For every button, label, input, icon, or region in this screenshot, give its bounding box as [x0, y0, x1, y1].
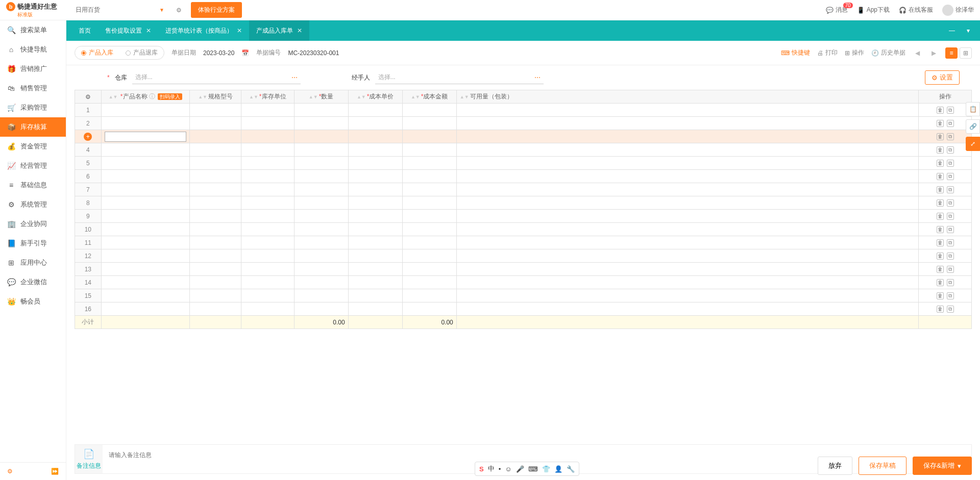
table-row[interactable]: 8🗑⧉	[75, 196, 972, 210]
table-row[interactable]: +🗑⧉	[75, 130, 972, 143]
copy-row-icon[interactable]: ⧉	[947, 279, 954, 286]
spec-cell[interactable]	[190, 130, 241, 143]
sidebar-item-14[interactable]: 👑畅会员	[0, 292, 66, 311]
amount-cell[interactable]	[402, 263, 456, 276]
ime-user-icon[interactable]: 👤	[554, 465, 562, 473]
amount-cell[interactable]	[402, 276, 456, 289]
available-cell[interactable]	[456, 289, 919, 302]
product-name-cell[interactable]	[101, 289, 189, 302]
sidebar-item-11[interactable]: 📘新手引导	[0, 234, 66, 253]
available-cell[interactable]	[456, 130, 919, 143]
copy-row-icon[interactable]: ⧉	[947, 292, 954, 299]
qty-cell[interactable]	[294, 263, 348, 276]
sidebar-item-5[interactable]: 📦库存核算	[0, 117, 66, 137]
prev-doc-button[interactable]: ◀	[913, 48, 922, 58]
table-row[interactable]: 12🗑⧉	[75, 249, 972, 263]
unit-cell[interactable]	[241, 143, 295, 157]
qty-cell[interactable]	[294, 210, 348, 223]
price-cell[interactable]	[348, 157, 402, 170]
unit-cell[interactable]	[241, 263, 295, 276]
available-cell[interactable]	[456, 104, 919, 117]
delete-row-icon[interactable]: 🗑	[937, 213, 944, 220]
close-icon[interactable]: ✕	[146, 27, 151, 34]
amount-cell[interactable]	[402, 170, 456, 183]
scan-entry-tag[interactable]: 扫码录入	[158, 93, 182, 100]
delete-row-icon[interactable]: 🗑	[937, 107, 944, 114]
doc-date-value[interactable]: 2023-03-20	[203, 49, 234, 57]
product-name-cell[interactable]	[101, 263, 189, 276]
copy-row-icon[interactable]: ⧉	[947, 160, 954, 167]
ime-skin-icon[interactable]: 👕	[542, 465, 550, 473]
copy-row-icon[interactable]: ⧉	[947, 120, 954, 127]
experience-plan-button[interactable]: 体验行业方案	[191, 2, 242, 18]
table-row[interactable]: 4🗑⧉	[75, 143, 972, 157]
save-draft-button[interactable]: 保存草稿	[859, 457, 906, 475]
qty-cell[interactable]	[294, 302, 348, 316]
col-config-header[interactable]: ⚙	[75, 90, 102, 104]
message-link[interactable]: 💬 消息 70	[826, 6, 848, 14]
float-note-button[interactable]: 📋	[966, 102, 980, 116]
save-and-new-button[interactable]: 保存&新增 ▾	[913, 457, 972, 475]
product-name-cell[interactable]	[101, 236, 189, 249]
price-cell[interactable]	[348, 210, 402, 223]
card-view-button[interactable]: ⊞	[960, 47, 972, 59]
copy-row-icon[interactable]: ⧉	[947, 133, 954, 140]
amount-cell[interactable]	[402, 196, 456, 210]
delete-row-icon[interactable]: 🗑	[937, 186, 944, 193]
amount-cell[interactable]	[402, 157, 456, 170]
delete-row-icon[interactable]: 🗑	[937, 292, 944, 299]
online-service-link[interactable]: 🎧 在线客服	[899, 6, 933, 14]
amount-cell[interactable]	[402, 236, 456, 249]
copy-row-icon[interactable]: ⧉	[947, 107, 954, 114]
amount-cell[interactable]	[402, 104, 456, 117]
copy-row-icon[interactable]: ⧉	[947, 213, 954, 220]
col-spec[interactable]: ▲▼规格型号	[190, 90, 241, 104]
spec-cell[interactable]	[190, 276, 241, 289]
product-name-cell[interactable]	[101, 276, 189, 289]
tab-minimize-button[interactable]: ―	[945, 24, 959, 37]
copy-row-icon[interactable]: ⧉	[947, 199, 954, 207]
price-cell[interactable]	[348, 302, 402, 316]
amount-cell[interactable]	[402, 223, 456, 236]
tab-more-button[interactable]: ▾	[962, 24, 975, 37]
close-icon[interactable]: ✕	[237, 27, 242, 34]
list-view-button[interactable]: ≡	[945, 47, 958, 59]
price-cell[interactable]	[348, 223, 402, 236]
copy-row-icon[interactable]: ⧉	[947, 186, 954, 193]
qty-cell[interactable]	[294, 183, 348, 196]
col-price[interactable]: ▲▼*成本单价	[348, 90, 402, 104]
unit-cell[interactable]	[241, 170, 295, 183]
history-link[interactable]: 🕘 历史单据	[871, 48, 905, 57]
spec-cell[interactable]	[190, 210, 241, 223]
table-row[interactable]: 16🗑⧉	[75, 302, 972, 316]
delete-row-icon[interactable]: 🗑	[937, 146, 944, 154]
qty-cell[interactable]	[294, 143, 348, 157]
product-name-cell[interactable]	[101, 302, 189, 316]
price-cell[interactable]	[348, 236, 402, 249]
tab-2[interactable]: 进货单统计表（按商品）✕	[158, 20, 249, 41]
copy-row-icon[interactable]: ⧉	[947, 306, 954, 313]
copy-row-icon[interactable]: ⧉	[947, 173, 954, 180]
col-qty[interactable]: ▲▼*数量	[294, 90, 348, 104]
copy-row-icon[interactable]: ⧉	[947, 266, 954, 273]
table-row[interactable]: 9🗑⧉	[75, 210, 972, 223]
product-name-cell[interactable]	[101, 223, 189, 236]
table-row[interactable]: 15🗑⧉	[75, 289, 972, 302]
store-selector[interactable]: 日用百货 ▼	[71, 3, 168, 17]
available-cell[interactable]	[456, 263, 919, 276]
product-name-cell[interactable]	[101, 210, 189, 223]
available-cell[interactable]	[456, 302, 919, 316]
qty-cell[interactable]	[294, 117, 348, 130]
shortcut-link[interactable]: ⌨ 快捷键	[781, 48, 810, 57]
spec-cell[interactable]	[190, 170, 241, 183]
ime-mic-icon[interactable]: 🎤	[516, 465, 524, 473]
available-cell[interactable]	[456, 236, 919, 249]
float-link-button[interactable]: 🔗	[966, 119, 980, 134]
sidebar-item-13[interactable]: 💬企业微信	[0, 272, 66, 292]
delete-row-icon[interactable]: 🗑	[937, 266, 944, 273]
product-name-cell[interactable]	[101, 117, 189, 130]
spec-cell[interactable]	[190, 289, 241, 302]
store-settings-button[interactable]: ⚙	[172, 3, 186, 17]
product-name-cell[interactable]	[101, 249, 189, 263]
user-menu[interactable]: 徐泽华	[942, 5, 974, 16]
